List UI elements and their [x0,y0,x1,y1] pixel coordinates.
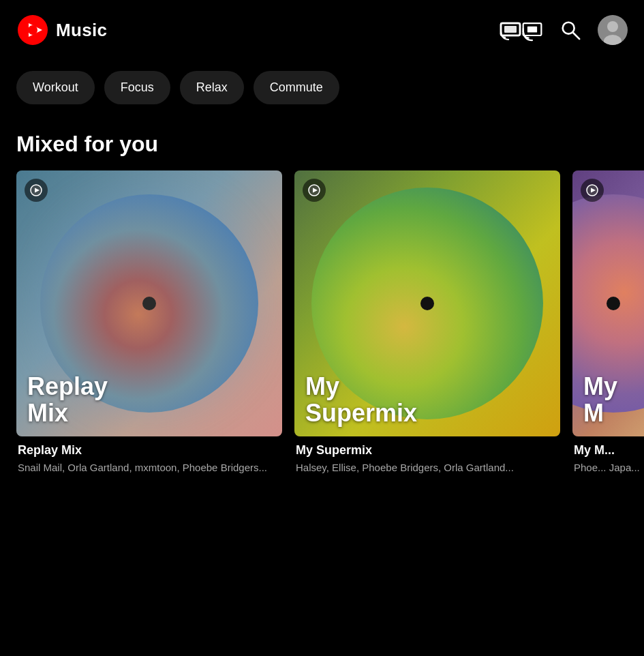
svg-line-9 [573,33,579,39]
card-my-mix[interactable]: My M My M... Phoe... Japa... [572,170,644,475]
disc-center-replay [142,297,156,310]
play-overlay-mymix[interactable] [581,179,604,202]
card-image-mymix: My M [572,170,644,436]
yt-music-logo [16,14,49,46]
header-actions [500,15,628,45]
disc-center-supermix [420,297,434,310]
card-subtitle-mymix: Phoe... Japa... [572,460,644,475]
mixed-for-you-section: Mixed for you Replay Mix [0,121,644,475]
card-subtitle-replay: Snail Mail, Orla Gartland, mxmtoon, Phoe… [16,460,282,475]
cast-button[interactable] [521,19,543,41]
card-image-supermix: My Supermix [294,170,560,436]
cast-icon[interactable] [500,19,521,41]
pill-commute[interactable]: Commute [254,71,339,104]
pill-relax[interactable]: Relax [180,71,244,104]
svg-point-2 [28,25,37,35]
svg-point-11 [607,21,618,32]
play-overlay-supermix[interactable] [303,179,326,202]
svg-rect-5 [504,26,517,33]
app-title: Music [56,20,107,41]
logo-area: Music [16,14,107,46]
card-subtitle-supermix: Halsey, Ellise, Phoebe Bridgers, Orla Ga… [294,460,560,475]
disc-center-mymix [607,297,620,310]
card-label-mymix: My M [583,373,617,427]
pill-workout[interactable]: Workout [16,71,95,104]
play-overlay-replay[interactable] [25,179,48,202]
category-pills: Workout Focus Relax Commute [0,60,644,121]
card-title-supermix: My Supermix [294,443,560,458]
cards-row: Replay Mix Replay Mix Snail Mail, Orla G… [0,170,644,475]
card-my-supermix[interactable]: My Supermix My Supermix Halsey, Ellise, … [294,170,560,475]
header: Music [0,0,644,60]
pill-focus[interactable]: Focus [104,71,170,104]
card-image-replay: Replay Mix [16,170,282,436]
search-button[interactable] [559,19,581,41]
user-avatar[interactable] [598,15,628,45]
card-replay-mix[interactable]: Replay Mix Replay Mix Snail Mail, Orla G… [16,170,282,475]
card-label-replay: Replay Mix [27,373,108,427]
section-title: Mixed for you [0,121,644,170]
card-label-supermix: My Supermix [305,373,417,427]
card-title-replay: Replay Mix [16,443,282,458]
svg-rect-7 [527,27,537,33]
card-title-mymix: My M... [572,443,644,458]
